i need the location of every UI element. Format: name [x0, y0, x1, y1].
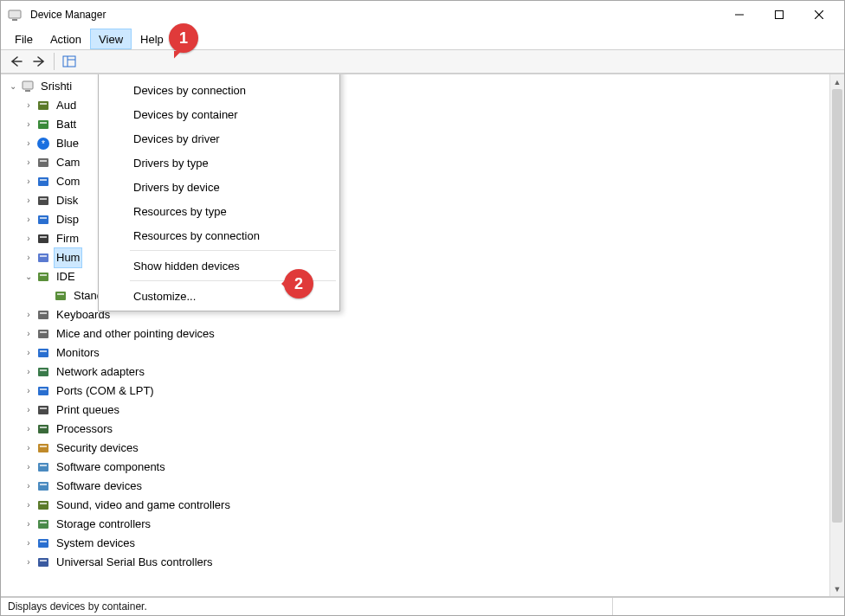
- svg-rect-51: [38, 482, 48, 491]
- tree-node-label: Ports (COM & LPT): [54, 382, 157, 401]
- svg-rect-52: [40, 484, 47, 485]
- chevron-right-icon[interactable]: ›: [23, 420, 35, 439]
- toolbar: [1, 49, 844, 74]
- chevron-right-icon[interactable]: ›: [23, 382, 35, 401]
- device-category-icon: [36, 555, 50, 569]
- tree-pane: ⌄Srishti›Aud›Batt›*Blue›Cam›Com›Disk›Dis…: [1, 74, 829, 596]
- tree-node-label: Software devices: [54, 477, 145, 496]
- svg-rect-36: [40, 331, 47, 333]
- close-button[interactable]: [799, 1, 839, 29]
- chevron-right-icon[interactable]: ›: [23, 458, 35, 477]
- view-dropdown-item[interactable]: Drivers by device: [99, 175, 339, 199]
- tree-node[interactable]: ›Mice and other pointing devices: [3, 324, 827, 343]
- svg-rect-47: [38, 444, 48, 452]
- chevron-right-icon[interactable]: ›: [23, 477, 35, 496]
- device-category-icon: [36, 479, 50, 493]
- tree-node-label: IDE: [54, 267, 78, 286]
- svg-rect-28: [40, 255, 47, 257]
- tree-node-label: Com: [54, 172, 82, 191]
- chevron-right-icon[interactable]: ›: [23, 96, 35, 115]
- view-dropdown-item[interactable]: Drivers by type: [99, 151, 339, 175]
- device-category-icon: [36, 194, 50, 208]
- dropdown-item-label: Devices by driver: [133, 132, 220, 145]
- tree-node[interactable]: ›Processors: [3, 420, 827, 439]
- vertical-scrollbar[interactable]: ▲ ▼: [829, 74, 844, 596]
- svg-rect-21: [38, 196, 48, 205]
- device-category-icon: [36, 365, 50, 379]
- menu-view[interactable]: View: [90, 29, 132, 49]
- tree-node[interactable]: ›Print queues: [3, 401, 827, 420]
- svg-text:*: *: [42, 139, 45, 149]
- chevron-right-icon[interactable]: ›: [23, 401, 35, 420]
- tree-node-label: Mice and other pointing devices: [54, 324, 217, 343]
- chevron-right-icon[interactable]: ›: [23, 343, 35, 363]
- svg-rect-13: [38, 120, 48, 129]
- svg-rect-60: [40, 560, 47, 561]
- maximize-button[interactable]: [759, 1, 799, 29]
- tree-node[interactable]: ›System devices: [3, 534, 827, 553]
- statusbar: Displays devices by container.: [1, 596, 844, 615]
- scroll-thumb[interactable]: [832, 89, 842, 523]
- svg-rect-44: [40, 407, 47, 409]
- chevron-right-icon[interactable]: ›: [23, 324, 35, 343]
- svg-rect-10: [25, 90, 30, 92]
- tree-node[interactable]: ›Sound, video and game controllers: [3, 496, 827, 515]
- chevron-right-icon[interactable]: ›: [23, 305, 35, 324]
- menu-file[interactable]: File: [6, 29, 42, 49]
- svg-rect-22: [40, 198, 47, 200]
- tree-node[interactable]: ›Ports (COM & LPT): [3, 382, 827, 401]
- menu-help[interactable]: Help: [132, 29, 172, 49]
- chevron-right-icon[interactable]: ›: [23, 553, 35, 572]
- svg-rect-18: [40, 160, 47, 162]
- chevron-right-icon[interactable]: ›: [23, 534, 35, 553]
- forward-button[interactable]: [29, 52, 49, 71]
- chevron-right-icon[interactable]: ›: [23, 248, 35, 267]
- scroll-track[interactable]: [830, 89, 844, 581]
- tree-node[interactable]: ›Network adapters: [3, 363, 827, 382]
- scroll-up-button[interactable]: ▲: [830, 74, 844, 89]
- menu-action[interactable]: Action: [42, 29, 90, 49]
- tree-node[interactable]: ›Software components: [3, 458, 827, 477]
- tree-node-label: Hum: [54, 247, 82, 268]
- svg-rect-48: [40, 446, 47, 447]
- view-dropdown-item[interactable]: Devices by container: [99, 102, 339, 126]
- chevron-down-icon[interactable]: ⌄: [7, 77, 19, 96]
- view-dropdown-item[interactable]: Devices by driver: [99, 126, 339, 151]
- scroll-down-button[interactable]: ▼: [830, 581, 844, 596]
- device-category-icon: [36, 498, 50, 512]
- chevron-down-icon[interactable]: ⌄: [23, 267, 35, 286]
- device-category-icon: [36, 536, 50, 550]
- device-category-icon: [36, 327, 50, 341]
- device-category-icon: [36, 517, 50, 531]
- tree-node[interactable]: ›Security devices: [3, 439, 827, 458]
- chevron-right-icon[interactable]: ›: [23, 153, 35, 172]
- chevron-right-icon[interactable]: ›: [23, 134, 35, 153]
- view-dropdown-item[interactable]: Resources by type: [99, 199, 339, 223]
- chevron-right-icon[interactable]: ›: [23, 115, 35, 134]
- show-hide-console-button[interactable]: [59, 52, 80, 71]
- tree-node[interactable]: ›Storage controllers: [3, 515, 827, 534]
- device-category-icon: [54, 289, 68, 303]
- svg-rect-53: [38, 501, 48, 510]
- view-dropdown-item[interactable]: Resources by connection: [99, 223, 339, 247]
- chevron-right-icon[interactable]: ›: [23, 439, 35, 458]
- device-category-icon: [36, 251, 50, 265]
- tree-node-label: Aud: [54, 96, 79, 115]
- minimize-button[interactable]: [719, 1, 759, 29]
- tree-node[interactable]: ›Monitors: [3, 343, 827, 363]
- view-dropdown-item[interactable]: Devices by connection: [99, 78, 339, 102]
- tree-node[interactable]: ›Universal Serial Bus controllers: [3, 553, 827, 572]
- device-category-icon: [36, 308, 50, 322]
- tree-node[interactable]: ›Software devices: [3, 477, 827, 496]
- chevron-right-icon[interactable]: ›: [23, 210, 35, 229]
- status-text: Displays devices by container.: [8, 600, 147, 613]
- chevron-right-icon[interactable]: ›: [23, 191, 35, 210]
- svg-rect-45: [38, 425, 48, 433]
- chevron-right-icon[interactable]: ›: [23, 515, 35, 534]
- dropdown-item-label: Show hidden devices: [133, 260, 240, 273]
- back-button[interactable]: [6, 52, 27, 71]
- chevron-right-icon[interactable]: ›: [23, 363, 35, 382]
- chevron-right-icon[interactable]: ›: [23, 229, 35, 248]
- chevron-right-icon[interactable]: ›: [23, 496, 35, 515]
- chevron-right-icon[interactable]: ›: [23, 172, 35, 191]
